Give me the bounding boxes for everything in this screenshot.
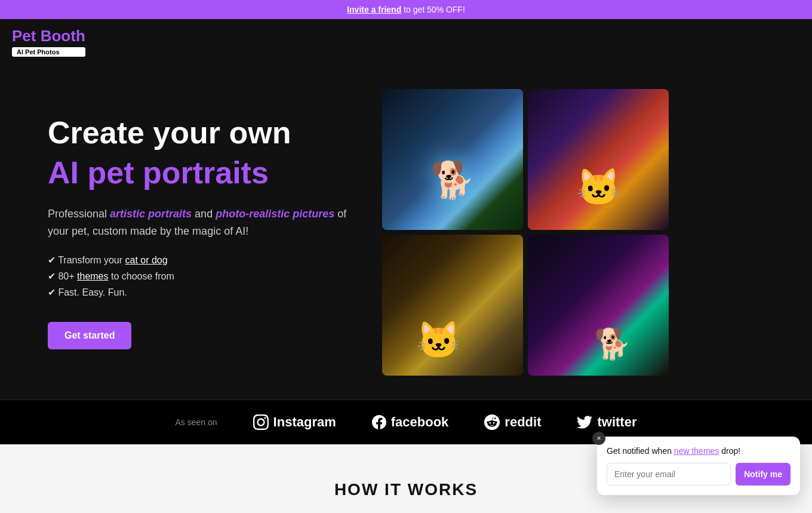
facebook-link[interactable]: facebook xyxy=(372,414,449,430)
hero-description: Professional artistic portraits and phot… xyxy=(48,205,358,240)
logo-container: Pet Booth AI Pet Photos xyxy=(12,27,85,57)
notification-form: Notify me xyxy=(607,463,791,486)
bullet1-link[interactable]: cat or dog xyxy=(125,255,167,265)
site-header: Pet Booth AI Pet Photos xyxy=(0,19,812,65)
notification-email-input[interactable] xyxy=(607,463,731,486)
hero-bullets: ✔ Transform your cat or dog ✔ 80+ themes… xyxy=(48,254,358,303)
instagram-icon xyxy=(253,414,269,430)
desc-italic: artistic portraits xyxy=(110,208,192,220)
get-started-button[interactable]: Get started xyxy=(48,322,131,349)
notification-text: Get notified when new themes drop! xyxy=(607,446,791,456)
bullet-3: ✔ Fast. Easy. Fun. xyxy=(48,287,358,298)
as-seen-on-label: As seen on xyxy=(176,417,217,427)
desc-link[interactable]: photo-realistic pictures xyxy=(216,208,334,220)
hero-image-cat-astronaut xyxy=(528,89,669,230)
bullet1-prefix: ✔ Transform your xyxy=(48,255,125,265)
reddit-label: reddit xyxy=(505,414,541,430)
bullet2-suffix: to choose from xyxy=(109,271,174,281)
logo-first: Pet xyxy=(12,27,36,45)
hero-section: Create your own AI pet portraits Profess… xyxy=(0,65,812,400)
reddit-link[interactable]: reddit xyxy=(484,414,541,430)
bullet2-prefix: ✔ 80+ xyxy=(48,271,77,281)
notify-button[interactable]: Notify me xyxy=(736,463,791,486)
logo-second: Booth xyxy=(41,27,85,45)
hero-title-line1: Create your own xyxy=(48,115,358,151)
twitter-icon xyxy=(577,414,592,430)
logo-text: Pet Booth xyxy=(12,27,85,45)
reddit-icon xyxy=(484,414,500,430)
notification-popup: × Get notified when new themes drop! Not… xyxy=(597,437,800,495)
twitter-link[interactable]: twitter xyxy=(577,414,636,430)
logo-subtitle: AI Pet Photos xyxy=(12,47,85,57)
hero-text-block: Create your own AI pet portraits Profess… xyxy=(48,89,358,376)
invite-friend-link[interactable]: Invite a friend xyxy=(347,5,401,14)
desc-middle: and xyxy=(192,208,216,220)
twitter-label: twitter xyxy=(597,414,636,430)
hero-image-cat-armor xyxy=(382,235,523,376)
hero-image-dog-bar xyxy=(528,235,669,376)
promo-banner: Invite a friend to get 50% OFF! xyxy=(0,0,812,19)
hero-image-dog-aurora xyxy=(382,89,523,230)
bullet-2: ✔ 80+ themes to choose from xyxy=(48,271,358,282)
notification-prefix: Get notified when xyxy=(607,446,674,456)
banner-suffix: to get 50% OFF! xyxy=(401,5,465,14)
instagram-label: Instagram xyxy=(273,414,336,430)
bullet-1: ✔ Transform your cat or dog xyxy=(48,254,358,266)
bullet2-link[interactable]: themes xyxy=(77,271,108,281)
new-themes-link[interactable]: new themes xyxy=(674,446,719,456)
facebook-label: facebook xyxy=(391,414,449,430)
facebook-icon xyxy=(372,415,386,429)
notification-suffix: drop! xyxy=(719,446,740,456)
desc-prefix: Professional xyxy=(48,208,110,220)
instagram-link[interactable]: Instagram xyxy=(253,414,336,430)
hero-images-grid xyxy=(382,89,669,376)
hero-title-line2: AI pet portraits xyxy=(48,155,358,191)
notification-close-button[interactable]: × xyxy=(592,432,605,445)
